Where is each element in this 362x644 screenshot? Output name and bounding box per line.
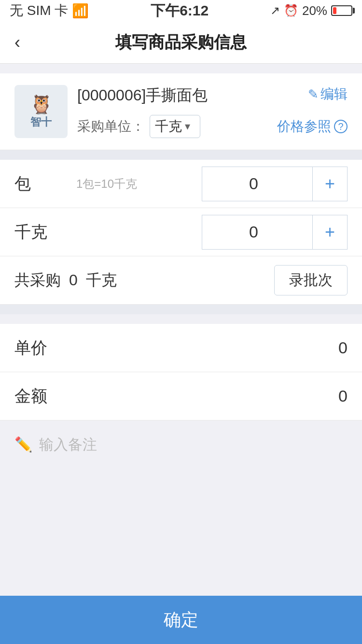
bag-label: 包 bbox=[14, 173, 72, 195]
summary-amount: 0 bbox=[69, 271, 78, 289]
notes-section: ✏️ 输入备注 bbox=[0, 420, 362, 604]
bag-input-wrap: + bbox=[202, 167, 348, 201]
status-left: 无 SIM 卡 📶 bbox=[10, 1, 89, 20]
unit-price-label: 单价 bbox=[14, 337, 47, 359]
price-ref-icon: ? bbox=[334, 120, 348, 133]
unit-value: 千克 bbox=[155, 117, 182, 136]
edit-icon: ✎ bbox=[308, 87, 319, 102]
status-time: 下午6:12 bbox=[151, 1, 209, 21]
back-button[interactable]: ‹ bbox=[14, 28, 30, 57]
input-section: 包 1包=10千克 + 千克 + bbox=[0, 160, 362, 256]
wifi-icon: 📶 bbox=[72, 3, 89, 19]
location-icon: ↗ bbox=[270, 4, 280, 17]
summary-row: 共采购 0 千克 录批次 bbox=[0, 256, 362, 305]
product-image-owl: 🦉 bbox=[30, 94, 53, 115]
price-ref-button[interactable]: 价格参照 ? bbox=[277, 117, 348, 136]
kg-input-row: 千克 + bbox=[0, 208, 362, 256]
status-right: ↗ ⏰ 20% bbox=[270, 3, 352, 18]
summary-text: 共采购 0 千克 bbox=[14, 270, 117, 291]
confirm-button[interactable]: 确定 bbox=[0, 596, 362, 644]
price-ref-label: 价格参照 bbox=[277, 117, 331, 136]
bag-plus-button[interactable]: + bbox=[313, 167, 348, 201]
kg-label: 千克 bbox=[14, 221, 72, 243]
unit-label: 采购单位： bbox=[77, 117, 145, 136]
nav-bar: ‹ 填写商品采购信息 bbox=[0, 21, 362, 64]
bag-input[interactable] bbox=[202, 167, 313, 201]
bag-input-row: 包 1包=10千克 + bbox=[0, 160, 362, 208]
batch-button[interactable]: 录批次 bbox=[274, 265, 348, 295]
product-info: [0000006]手撕面包 ✎ 编辑 采购单位： 千克 ▾ 价格参照 ? bbox=[77, 85, 348, 138]
unit-select[interactable]: 千克 ▾ bbox=[150, 115, 200, 138]
kg-plus-button[interactable]: + bbox=[313, 215, 348, 250]
info-section: 单价 0 金额 0 bbox=[0, 324, 362, 420]
alarm-icon: ⏰ bbox=[284, 4, 298, 17]
section-divider-1 bbox=[0, 150, 362, 160]
status-bar: 无 SIM 卡 📶 下午6:12 ↗ ⏰ 20% bbox=[0, 0, 362, 21]
product-image: 🦉 智十 bbox=[14, 85, 68, 138]
product-name-row: [0000006]手撕面包 ✎ 编辑 bbox=[77, 85, 348, 106]
edit-label: 编辑 bbox=[320, 85, 348, 103]
carrier-text: 无 SIM 卡 bbox=[10, 1, 68, 20]
product-image-brand: 智十 bbox=[30, 115, 52, 129]
kg-input[interactable] bbox=[202, 215, 313, 250]
unit-dropdown-arrow: ▾ bbox=[185, 120, 190, 133]
confirm-button-label: 确定 bbox=[164, 608, 198, 632]
section-divider-2 bbox=[0, 305, 362, 314]
amount-value: 0 bbox=[338, 387, 348, 406]
product-meta-row: 采购单位： 千克 ▾ 价格参照 ? bbox=[77, 115, 348, 138]
summary-unit: 千克 bbox=[86, 271, 117, 289]
edit-button[interactable]: ✎ 编辑 bbox=[308, 85, 348, 103]
notes-input-row[interactable]: ✏️ 输入备注 bbox=[14, 435, 348, 455]
product-name: [0000006]手撕面包 bbox=[77, 85, 208, 106]
page-title: 填写商品采购信息 bbox=[115, 31, 247, 54]
product-card: 🦉 智十 [0000006]手撕面包 ✎ 编辑 采购单位： 千克 ▾ 价格参照 … bbox=[0, 73, 362, 150]
unit-price-row: 单价 0 bbox=[0, 324, 362, 372]
battery-icon bbox=[331, 5, 352, 16]
amount-row: 金额 0 bbox=[0, 372, 362, 420]
kg-input-wrap: + bbox=[202, 215, 348, 250]
battery-percent: 20% bbox=[302, 3, 327, 18]
notes-placeholder: 输入备注 bbox=[39, 435, 97, 455]
summary-prefix: 共采购 bbox=[14, 271, 61, 289]
pencil-icon: ✏️ bbox=[14, 436, 32, 453]
unit-price-value: 0 bbox=[338, 338, 348, 357]
amount-label: 金额 bbox=[14, 385, 47, 407]
bag-sublabel: 1包=10千克 bbox=[76, 176, 202, 192]
